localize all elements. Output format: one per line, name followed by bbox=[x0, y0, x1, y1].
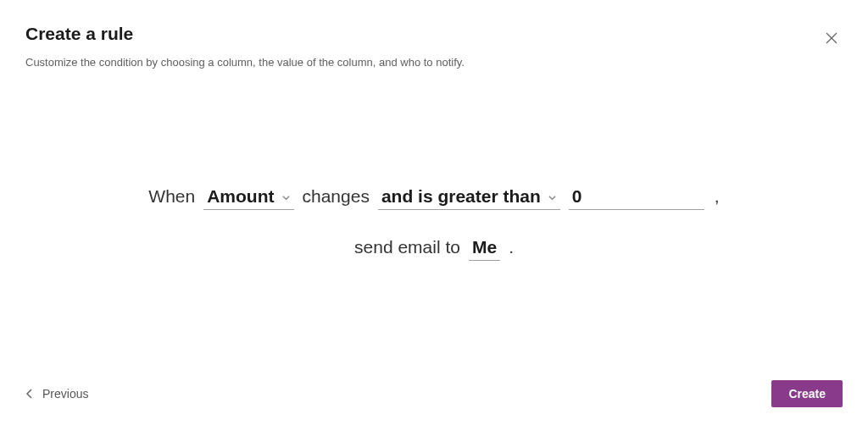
dialog-subtitle: Customize the condition by choosing a co… bbox=[25, 56, 843, 69]
dialog-title: Create a rule bbox=[25, 24, 843, 44]
previous-label: Previous bbox=[42, 387, 88, 401]
chevron-down-icon bbox=[548, 193, 557, 202]
recipient-dropdown[interactable]: Me bbox=[469, 237, 500, 261]
comma-text: , bbox=[715, 186, 720, 207]
rule-line-2: send email to Me . bbox=[0, 237, 868, 261]
create-button[interactable]: Create bbox=[771, 380, 843, 407]
close-button[interactable] bbox=[826, 32, 841, 47]
condition-dropdown[interactable]: and is greater than bbox=[378, 186, 560, 210]
close-icon bbox=[826, 32, 837, 44]
when-text: When bbox=[148, 186, 195, 207]
column-value: Amount bbox=[207, 186, 274, 207]
rule-line-1: When Amount changes and is greater than … bbox=[0, 186, 868, 210]
send-email-text: send email to bbox=[354, 237, 460, 257]
previous-button[interactable]: Previous bbox=[25, 387, 88, 401]
dialog-footer: Previous Create bbox=[25, 380, 843, 407]
period-text: . bbox=[509, 237, 514, 257]
changes-text: changes bbox=[303, 186, 370, 207]
rule-sentence: When Amount changes and is greater than … bbox=[0, 186, 868, 288]
chevron-left-icon bbox=[25, 388, 34, 400]
dialog-header: Create a rule Customize the condition by… bbox=[0, 0, 868, 79]
value-input[interactable]: 0 bbox=[569, 186, 704, 210]
column-dropdown[interactable]: Amount bbox=[203, 186, 293, 210]
recipient-value: Me bbox=[472, 237, 497, 257]
chevron-down-icon bbox=[281, 193, 291, 202]
condition-value: and is greater than bbox=[381, 186, 541, 207]
